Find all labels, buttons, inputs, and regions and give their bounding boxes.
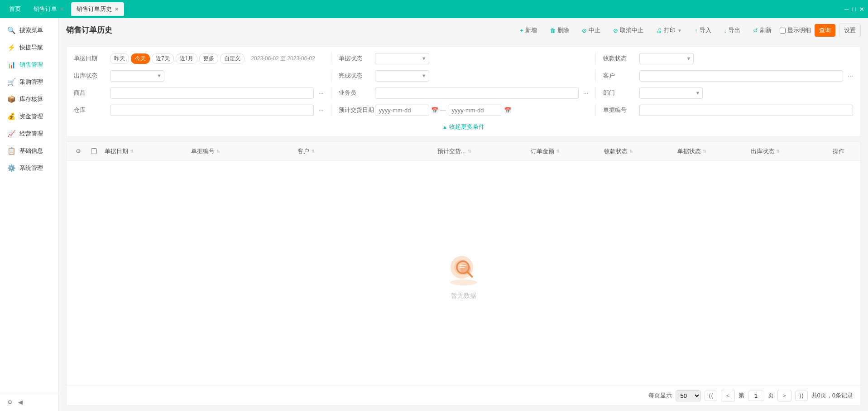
- th-check[interactable]: [86, 148, 101, 154]
- add-button[interactable]: + 新增: [516, 24, 542, 37]
- settings-button[interactable]: 设置: [839, 24, 861, 37]
- display-toggle-checkbox[interactable]: [780, 28, 786, 34]
- sidebar-item-purchase-mgmt[interactable]: 🛒 采购管理: [0, 73, 58, 91]
- salesperson-more-btn[interactable]: ···: [583, 89, 589, 97]
- th-delivery-label: 预计交货...: [437, 147, 466, 155]
- sidebar-item-finance[interactable]: 💰 资金管理: [0, 108, 58, 125]
- tab-sales-order-history-close[interactable]: ✕: [115, 6, 119, 12]
- warehouse-more-btn[interactable]: ···: [318, 106, 324, 114]
- date-yesterday-btn[interactable]: 昨天: [110, 53, 129, 64]
- th-date[interactable]: 单据日期 ⇅: [101, 147, 187, 155]
- th-order-status[interactable]: 单据状态 ⇅: [674, 147, 747, 155]
- th-number[interactable]: 单据编号 ⇅: [187, 147, 294, 155]
- product-input[interactable]: [110, 87, 314, 99]
- sidebar-item-operations[interactable]: 📈 经营管理: [0, 125, 58, 142]
- prev-page-button[interactable]: ＜: [721, 390, 735, 401]
- tab-home-label: 首页: [9, 5, 21, 13]
- th-settings[interactable]: ⚙: [70, 148, 86, 155]
- th-customer[interactable]: 客户 ⇅: [294, 147, 433, 155]
- cancel-stop-button[interactable]: ⊘ 取消中止: [609, 24, 648, 37]
- out-status-select[interactable]: [110, 70, 164, 82]
- column-settings-icon[interactable]: ⚙: [76, 148, 81, 155]
- complete-status-select[interactable]: [375, 70, 429, 82]
- sidebar-item-sales-mgmt[interactable]: 📊 销售管理: [0, 56, 58, 73]
- tab-home[interactable]: 首页: [4, 2, 26, 16]
- export-button[interactable]: ↓ 导出: [719, 24, 745, 37]
- date-last1month-btn[interactable]: 近1月: [176, 53, 198, 64]
- th-order-status-sort-icon: ⇅: [703, 149, 706, 154]
- sidebar-item-inventory[interactable]: 📦 库存核算: [0, 91, 58, 108]
- department-select[interactable]: [639, 87, 703, 99]
- sidebar-item-system-mgmt[interactable]: ⚙️ 系统管理: [0, 160, 58, 177]
- th-out-status[interactable]: 出库状态 ⇅: [747, 147, 820, 155]
- sidebar-item-search-menu[interactable]: 🔍 搜索菜单: [0, 22, 58, 39]
- collapse-row[interactable]: ▲ 收起更多条件: [74, 121, 853, 131]
- next-page-button[interactable]: ＞: [777, 390, 791, 401]
- th-date-sort-icon: ⇅: [130, 149, 134, 154]
- divider-1: [331, 52, 331, 65]
- customer-more-btn[interactable]: ···: [848, 72, 853, 79]
- out-status-select-wrapper: ▼: [110, 70, 164, 82]
- first-page-button[interactable]: ⟨⟨: [705, 391, 717, 401]
- print-icon: 🖨: [656, 27, 662, 34]
- th-amount[interactable]: 订单金额 ⇅: [527, 147, 600, 155]
- minimize-button[interactable]: ─: [844, 6, 849, 13]
- order-status-select[interactable]: [375, 53, 429, 64]
- delete-button[interactable]: 🗑 删除: [545, 24, 574, 37]
- stop-button[interactable]: ⊘ 中止: [577, 24, 605, 37]
- sidebar-collapse-icon[interactable]: ◀: [18, 399, 23, 406]
- date-custom-btn[interactable]: 自定义: [220, 53, 245, 64]
- tab-sales-order-close[interactable]: ✕: [60, 6, 64, 12]
- query-button[interactable]: 查询: [815, 24, 835, 37]
- th-delivery[interactable]: 预计交货... ⇅: [434, 147, 527, 155]
- refresh-button[interactable]: ↺ 刷新: [748, 24, 776, 37]
- last-page-button[interactable]: ⟩⟩: [795, 391, 808, 401]
- delivery-date-calendar-end[interactable]: 📅: [504, 107, 511, 114]
- expected-delivery-label: 预计交货日期: [339, 106, 375, 114]
- print-button[interactable]: 🖨 打印 ▼: [652, 24, 686, 37]
- sidebar-item-inventory-label: 库存核算: [19, 95, 43, 103]
- sidebar-bottom: ⚙ ◀: [0, 393, 58, 411]
- table-body: 暂无数据: [67, 161, 860, 386]
- sidebar-item-quick-nav[interactable]: ⚡ 快捷导航: [0, 39, 58, 56]
- import-button[interactable]: ↑ 导入: [690, 24, 716, 37]
- svg-point-0: [450, 280, 476, 285]
- date-today-btn[interactable]: 今天: [131, 53, 150, 64]
- salesperson-input[interactable]: [375, 87, 579, 99]
- date-more-btn[interactable]: 更多: [199, 53, 218, 64]
- th-pay-status[interactable]: 收款状态 ⇅: [600, 147, 674, 155]
- sidebar-item-base-info[interactable]: 📋 基础信息: [0, 142, 58, 160]
- order-number-input[interactable]: [639, 105, 853, 116]
- delivery-date-start[interactable]: [375, 105, 429, 116]
- finance-icon: 💰: [7, 112, 16, 121]
- th-number-sort-icon: ⇅: [216, 149, 220, 154]
- product-control: ···: [110, 87, 324, 99]
- delivery-date-end[interactable]: [448, 105, 502, 116]
- th-pay-status-label: 收款状态: [604, 147, 628, 155]
- current-page-input[interactable]: [748, 391, 764, 401]
- date-last7-btn[interactable]: 近7天: [152, 53, 174, 64]
- toolbar: + 新增 🗑 删除 ⊘ 中止 ⊘ 取消中止 🖨 打印: [516, 24, 861, 37]
- close-button[interactable]: ✕: [859, 6, 864, 13]
- select-all-checkbox[interactable]: [91, 148, 97, 154]
- tab-sales-order[interactable]: 销售订单 ✕: [28, 2, 69, 16]
- delivery-date-calendar-start[interactable]: 📅: [431, 107, 438, 114]
- customer-input[interactable]: [639, 70, 843, 82]
- purchase-mgmt-icon: 🛒: [7, 78, 16, 86]
- maximize-button[interactable]: □: [852, 6, 856, 13]
- display-toggle[interactable]: 显示明细: [780, 26, 811, 34]
- customer-label: 客户: [603, 72, 639, 80]
- inventory-icon: 📦: [7, 95, 16, 103]
- page-size-select-wrapper: 50 100 200: [676, 390, 701, 401]
- th-amount-label: 订单金额: [531, 147, 554, 155]
- collapse-label: 收起更多条件: [449, 123, 484, 131]
- date-filter-control: 昨天 今天 近7天 近1月 更多 自定义 2023-06-02 至 2023-0…: [110, 53, 324, 64]
- warehouse-input[interactable]: [110, 105, 314, 116]
- payment-status-select[interactable]: [639, 53, 694, 64]
- complete-status-control: ▼: [375, 70, 589, 82]
- product-more-btn[interactable]: ···: [318, 89, 324, 97]
- sidebar-settings-icon[interactable]: ⚙: [7, 399, 13, 406]
- tab-sales-order-history[interactable]: 销售订单历史 ✕: [71, 2, 124, 16]
- th-out-status-label: 出库状态: [751, 147, 774, 155]
- page-size-select[interactable]: 50 100 200: [676, 390, 701, 401]
